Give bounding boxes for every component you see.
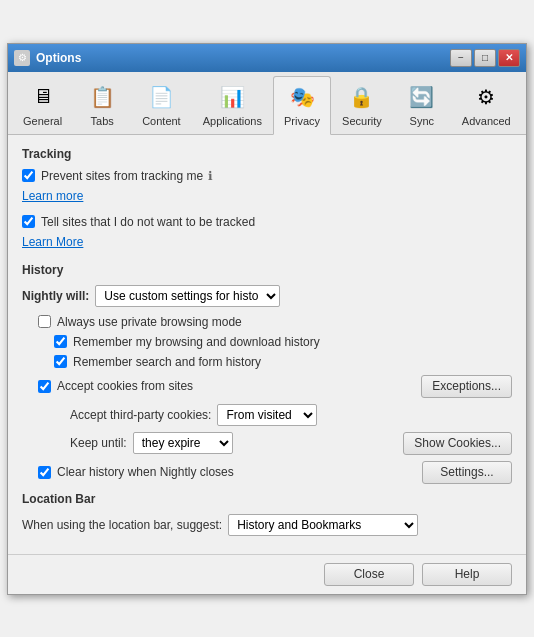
options-window: ⚙ Options − □ ✕ 🖥 General 📋 Tabs 📄 Conte… (7, 43, 527, 595)
private-browsing-row: Always use private browsing mode (22, 315, 512, 329)
content-icon: 📄 (145, 81, 177, 113)
tab-privacy[interactable]: 🎭 Privacy (273, 76, 331, 135)
suggest-row: When using the location bar, suggest: Hi… (22, 514, 512, 536)
prevent-sites-checkbox[interactable] (22, 169, 35, 182)
accept-cookies-label: Accept cookies from sites (57, 379, 193, 393)
prevent-sites-row: Prevent sites from tracking me ℹ (22, 169, 512, 183)
close-window-button[interactable]: ✕ (498, 49, 520, 67)
remember-browsing-row: Remember my browsing and download histor… (22, 335, 512, 349)
third-party-select[interactable]: From visited Always Never (217, 404, 317, 426)
keep-until-select[interactable]: they expire I close Firefox ask me every… (133, 432, 233, 454)
clear-history-left: Clear history when Nightly closes (38, 465, 234, 479)
advanced-icon: ⚙ (470, 81, 502, 113)
tabs-icon: 📋 (86, 81, 118, 113)
suggest-label: When using the location bar, suggest: (22, 518, 222, 532)
info-icon: ℹ (208, 169, 222, 183)
tell-sites-row: Tell sites that I do not want to be trac… (22, 215, 512, 229)
help-button[interactable]: Help (422, 563, 512, 586)
remember-search-label: Remember search and form history (73, 355, 261, 369)
tab-content[interactable]: 📄 Content (131, 76, 192, 134)
tab-advanced-label: Advanced (462, 115, 511, 127)
nightly-row: Nightly will: Use custom settings for hi… (22, 285, 512, 307)
window-title: Options (36, 51, 450, 65)
clear-history-checkbox[interactable] (38, 466, 51, 479)
exceptions-button[interactable]: Exceptions... (421, 375, 512, 398)
history-section-title: History (22, 263, 512, 277)
learn-more-2-row: Learn More (22, 235, 512, 255)
tab-tabs[interactable]: 📋 Tabs (73, 76, 131, 134)
private-browsing-checkbox[interactable] (38, 315, 51, 328)
remember-search-checkbox[interactable] (54, 355, 67, 368)
tab-bar: 🖥 General 📋 Tabs 📄 Content 📊 Application… (8, 72, 526, 135)
third-party-row: Accept third-party cookies: From visited… (22, 404, 512, 426)
tracking-section-title: Tracking (22, 147, 512, 161)
remember-browsing-checkbox[interactable] (54, 335, 67, 348)
learn-more-1-link[interactable]: Learn more (22, 189, 83, 203)
settings-button[interactable]: Settings... (422, 461, 512, 484)
close-button[interactable]: Close (324, 563, 414, 586)
location-bar-section-title: Location Bar (22, 492, 512, 506)
tab-applications-label: Applications (203, 115, 262, 127)
sync-icon: 🔄 (406, 81, 438, 113)
minimize-button[interactable]: − (450, 49, 472, 67)
tab-security-label: Security (342, 115, 382, 127)
title-bar-buttons: − □ ✕ (450, 49, 520, 67)
tab-privacy-label: Privacy (284, 115, 320, 127)
nightly-will-label: Nightly will: (22, 289, 89, 303)
footer: Close Help (8, 554, 526, 594)
tab-applications[interactable]: 📊 Applications (192, 76, 273, 134)
private-browsing-label: Always use private browsing mode (57, 315, 242, 329)
tab-sync-label: Sync (410, 115, 434, 127)
clear-history-row: Clear history when Nightly closes Settin… (22, 461, 512, 484)
title-bar: ⚙ Options − □ ✕ (8, 44, 526, 72)
remember-browsing-label: Remember my browsing and download histor… (73, 335, 320, 349)
keep-until-left: Keep until: they expire I close Firefox … (70, 432, 233, 454)
remember-search-row: Remember search and form history (22, 355, 512, 369)
third-party-label: Accept third-party cookies: (70, 408, 211, 422)
prevent-sites-label: Prevent sites from tracking me (41, 169, 203, 183)
tab-sync[interactable]: 🔄 Sync (393, 76, 451, 134)
general-icon: 🖥 (27, 81, 59, 113)
show-cookies-button[interactable]: Show Cookies... (403, 432, 512, 455)
privacy-icon: 🎭 (286, 81, 318, 113)
tab-security[interactable]: 🔒 Security (331, 76, 393, 134)
tab-advanced[interactable]: ⚙ Advanced (451, 76, 522, 134)
window-icon: ⚙ (14, 50, 30, 66)
accept-cookies-row: Accept cookies from sites Exceptions... (22, 375, 512, 398)
tab-tabs-label: Tabs (91, 115, 114, 127)
tab-general[interactable]: 🖥 General (12, 76, 73, 134)
history-mode-select[interactable]: Use custom settings for history Remember… (95, 285, 280, 307)
main-content: Tracking Prevent sites from tracking me … (8, 135, 526, 554)
restore-button[interactable]: □ (474, 49, 496, 67)
suggest-select[interactable]: History and Bookmarks History Bookmarks … (228, 514, 418, 536)
tab-content-label: Content (142, 115, 181, 127)
keep-until-label: Keep until: (70, 436, 127, 450)
keep-until-row: Keep until: they expire I close Firefox … (22, 432, 512, 455)
tell-sites-checkbox[interactable] (22, 215, 35, 228)
learn-more-2-link[interactable]: Learn More (22, 235, 83, 249)
security-icon: 🔒 (346, 81, 378, 113)
tell-sites-label: Tell sites that I do not want to be trac… (41, 215, 255, 229)
learn-more-1-row: Learn more (22, 189, 512, 209)
applications-icon: 📊 (216, 81, 248, 113)
clear-history-label: Clear history when Nightly closes (57, 465, 234, 479)
tab-general-label: General (23, 115, 62, 127)
accept-cookies-checkbox[interactable] (38, 380, 51, 393)
accept-cookies-left: Accept cookies from sites (38, 379, 193, 393)
